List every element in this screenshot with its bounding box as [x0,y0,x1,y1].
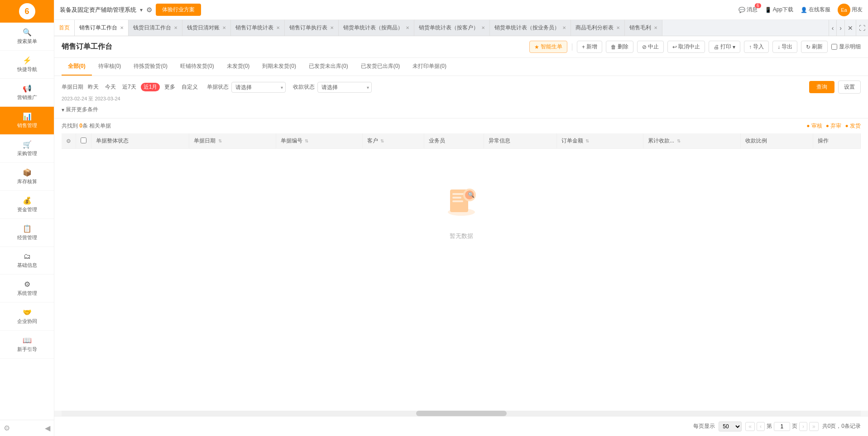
tab-sales-profit[interactable]: 销售毛利✕ [625,20,662,36]
date-custom[interactable]: 自定义 [180,82,200,92]
system-dropdown[interactable]: ▾ [140,7,143,13]
expand-button[interactable]: ▾ 展开更多条件 [62,106,861,114]
th-number[interactable]: 单据编号 ⇅ [276,133,362,149]
sub-tab-not-shipped[interactable]: 未发货(0) [221,58,256,76]
page-size-select[interactable]: 50 10 20 100 [719,422,742,431]
sidebar-item-quick-nav[interactable]: ⚡快捷导航 [0,51,54,79]
tab-sales-exec[interactable]: 销售订单执行表✕ [285,20,339,36]
show-detail-toggle[interactable]: 显示明细 [831,43,861,51]
next-page-btn[interactable]: › [799,422,807,431]
collapse-icon[interactable]: ◀ [45,424,50,432]
payment-select[interactable]: 请选择 [317,82,372,93]
tab-close-sales-stat[interactable]: ✕ [276,25,280,30]
system-icon: ⚙ [24,280,30,289]
sidebar-item-system[interactable]: ⚙系统管理 [0,275,54,303]
tab-close-profit-analysis[interactable]: ✕ [616,25,620,30]
sub-tab-shipped-not-stored[interactable]: 已发货未出库(0) [302,58,355,76]
tab-close-sales-stat-product[interactable]: ✕ [406,25,409,30]
tab-cash-daily[interactable]: 钱货日清工作台✕ [129,20,182,36]
sidebar-item-guide[interactable]: 📖新手引导 [0,331,54,359]
tab-close-sales-stat-customer[interactable]: ✕ [481,25,485,30]
gear-icon[interactable]: ⚙ [146,6,152,14]
tab-profit-analysis[interactable]: 商品毛利分析表✕ [571,20,625,36]
sidebar-item-purchase[interactable]: 🛒采购管理 [0,135,54,163]
tab-sales-stat-product[interactable]: 销货单统计表（按商品）✕ [339,20,414,36]
sidebar-item-inventory[interactable]: 📦库存核算 [0,163,54,191]
date-7days[interactable]: 近7天 [120,82,138,92]
tab-close-all[interactable]: ✕ [844,20,856,36]
tab-close-sales-order[interactable]: ✕ [120,25,124,30]
tab-sales-order[interactable]: 销售订单工作台✕ [75,20,129,36]
app-download-item[interactable]: 📱 App下载 [765,6,793,14]
tab-close-cash-daily[interactable]: ✕ [174,25,177,30]
tab-scroll-right[interactable]: › [836,20,844,36]
page-nav: « ‹ 第 页 › » [745,422,818,431]
sidebar-item-enterprise[interactable]: 🤝企业协同 [0,303,54,331]
sub-tab-wangpu-ship[interactable]: 旺铺待发货(0) [174,58,221,76]
add-button[interactable]: + 新增 [577,41,602,53]
sub-tab-all[interactable]: 全部(0) [62,58,92,76]
th-amount[interactable]: 订单金额 ⇅ [556,133,643,149]
th-received[interactable]: 累计收款... ⇅ [643,133,741,149]
th-checkbox[interactable] [76,133,91,149]
sidebar-item-base[interactable]: 🗂基础信息 [0,247,54,275]
refresh-button[interactable]: ↻ 刷新 [801,41,828,53]
bulk-review-btn[interactable]: ● 审核 [806,122,822,130]
date-yesterday[interactable]: 昨天 [86,82,101,92]
print-button[interactable]: 🖨 打印 ▾ [709,41,740,53]
sub-tab-overdue-unshipped[interactable]: 到期未发货(0) [256,58,302,76]
sub-tab-pending-review[interactable]: 待审核(0) [92,58,128,76]
export-button[interactable]: ↓ 导出 [772,41,797,53]
cancel-stop-button[interactable]: ↩ 取消中止 [667,41,705,53]
sidebar-item-operations[interactable]: 📋经营管理 [0,219,54,247]
sub-tab-pending-inspect[interactable]: 待拣货验货(0) [127,58,174,76]
sidebar-item-sales[interactable]: 📊销售管理 [0,107,54,135]
sidebar-item-search[interactable]: 🔍搜索菜单 [0,23,54,51]
message-item[interactable]: 💬 消息 6 [739,6,758,14]
settings-icon[interactable]: ⚙ [4,424,10,432]
sidebar-item-finance[interactable]: 💰资金管理 [0,191,54,219]
tab-home[interactable]: 首页 [54,20,75,36]
select-all-checkbox[interactable] [81,137,86,143]
tab-close-sales-profit[interactable]: ✕ [654,25,657,30]
user-item[interactable]: Ea 用友 [838,4,863,16]
set-button[interactable]: 设置 [838,81,861,94]
tab-sales-stat-staff[interactable]: 销货单统计表（按业务员）✕ [490,20,571,36]
date-today[interactable]: 今天 [103,82,118,92]
th-settings[interactable]: ⚙ [62,133,76,149]
th-customer[interactable]: 客户 ⇅ [363,133,424,149]
last-page-btn[interactable]: » [809,422,819,431]
tab-fullscreen[interactable]: ⛶ [856,20,868,36]
scroll-bar[interactable] [62,411,861,416]
first-page-btn[interactable]: « [745,422,755,431]
tab-sales-stat[interactable]: 销售订单统计表✕ [231,20,285,36]
logo: 6 [0,0,54,23]
sub-tab-not-printed[interactable]: 未打印单据(0) [406,58,453,76]
date-1month[interactable]: 近1月 [141,83,160,91]
payment-select-wrapper: 请选择 [317,82,372,93]
status-select[interactable]: 请选择 [231,82,286,93]
tab-close-sales-exec[interactable]: ✕ [330,25,334,30]
bulk-abandon-btn[interactable]: ● 弃审 [826,122,842,130]
detail-checkbox[interactable] [831,44,837,50]
stop-button[interactable]: ⊘ 中止 [637,41,664,53]
th-date[interactable]: 单据日期 ⇅ [189,133,276,149]
online-service-item[interactable]: 👤 在线客服 [801,6,830,14]
solution-button[interactable]: 体验行业方案 [156,4,201,16]
sidebar-item-marketing[interactable]: 📢营销推广 [0,79,54,107]
tab-close-sales-stat-staff[interactable]: ✕ [562,25,566,30]
query-button[interactable]: 查询 [809,81,834,93]
prev-page-btn[interactable]: ‹ [757,422,765,431]
page-input[interactable] [774,422,790,431]
import-button[interactable]: ↑ 导入 [744,41,769,53]
tab-close-cash-reconcile[interactable]: ✕ [222,25,226,30]
sub-tab-shipped-stored[interactable]: 已发货已出库(0) [355,58,407,76]
date-more[interactable]: 更多 [163,82,177,92]
tab-cash-reconcile[interactable]: 钱货日清对账✕ [182,20,231,36]
tab-sales-stat-customer[interactable]: 销货单统计表（按客户）✕ [414,20,490,36]
bulk-ship-btn[interactable]: ● 发货 [845,122,861,130]
smart-gen-button[interactable]: ★ 智能生单 [529,41,567,53]
print-dropdown[interactable]: ▾ [733,44,735,50]
tab-scroll-left[interactable]: ‹ [829,20,837,36]
delete-button[interactable]: 🗑 删除 [606,41,633,53]
